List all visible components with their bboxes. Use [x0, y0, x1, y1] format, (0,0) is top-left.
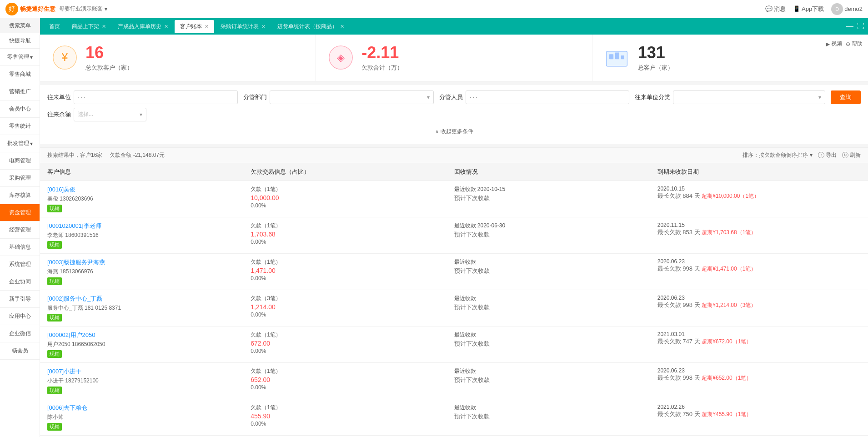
- tab-close-product-history[interactable]: ✕: [164, 24, 168, 30]
- collection-cell-6: 最近收款 预计下次收款: [454, 404, 657, 421]
- search-btn[interactable]: 查询: [831, 90, 861, 104]
- download-icon: 📱: [793, 5, 800, 12]
- tab-product-history[interactable]: 产成品入库单历史 ✕: [112, 20, 174, 33]
- overdue-cell-5: 2020.06.23 最长欠款 998 天 超期¥652.00（1笔）: [657, 367, 861, 382]
- sidebar-item-inventory[interactable]: 库存核算: [0, 187, 40, 204]
- sidebar-item-marketing[interactable]: 营销推广: [0, 83, 40, 100]
- table-row: [0007]小进干 小进干 18279152100 现销 欠款（1笔） 652.…: [40, 363, 868, 399]
- tab-home[interactable]: 首页: [44, 20, 65, 33]
- sidebar-item-retail-stats[interactable]: 零售统计: [0, 118, 40, 135]
- due-date-6: 2021.02.26: [657, 404, 861, 410]
- sidebar-search[interactable]: 搜索菜单: [0, 18, 40, 33]
- top-bar-right: 💬 消息 📱 App下载 D demo2: [765, 3, 863, 15]
- sidebar-quick-nav[interactable]: 快捷导航: [0, 33, 40, 49]
- refresh-btn[interactable]: ↻ 刷新: [842, 151, 861, 159]
- sidebar-item-members[interactable]: 会员中心: [0, 100, 40, 118]
- debt-amount-3: 1,214.00: [251, 303, 454, 311]
- sidebar-item-purchase[interactable]: 采购管理: [0, 170, 40, 187]
- sidebar-item-guide[interactable]: 新手引导: [0, 291, 40, 308]
- overdue-link-5[interactable]: 超期¥652.00（1笔）: [702, 375, 752, 381]
- tab-close-purchase-stats[interactable]: ✕: [261, 24, 266, 30]
- customer-name-1[interactable]: [0001020001]李老师: [47, 222, 251, 230]
- stat-info-total-customers: 131 总客户（家）: [638, 44, 673, 72]
- stat-label-total-customers: 总客户（家）: [638, 64, 673, 72]
- sidebar-item-enterprise-wx[interactable]: 企业微信: [0, 325, 40, 342]
- customer-cell-3: [0002]服务中心_丁磊 服务中心_丁磊 181 0125 8371 现销: [47, 295, 251, 321]
- stat-value-debit-customers: 16: [85, 44, 133, 62]
- overdue-link-2[interactable]: 超期¥1,471.00（1笔）: [702, 266, 756, 272]
- message-btn[interactable]: 💬 消息: [765, 5, 786, 13]
- overdue-days-5: 最长欠款 998 天 超期¥652.00（1笔）: [657, 374, 861, 382]
- customer-name-3[interactable]: [0002]服务中心_丁磊: [47, 295, 251, 303]
- tab-close-customer-account[interactable]: ✕: [205, 24, 209, 30]
- refresh-icon: ↻: [842, 152, 848, 158]
- debt-amount-2: 1,471.00: [251, 267, 454, 274]
- filter-person: 分管人员 ···: [439, 90, 630, 104]
- tab-close-product-shelf[interactable]: ✕: [102, 24, 106, 30]
- customer-name-6[interactable]: [0006]去下粮仓: [47, 404, 251, 412]
- filter-balance: 往来余额 选择... ▾: [47, 108, 861, 121]
- sidebar-item-basic[interactable]: 基础信息: [0, 239, 40, 256]
- sidebar-item-appcenter[interactable]: 应用中心: [0, 308, 40, 325]
- sidebar-item-vip[interactable]: 畅会员: [0, 342, 40, 360]
- tab-collapse-btn[interactable]: —: [846, 22, 853, 30]
- next-collect-2: 预计下次收款: [454, 267, 657, 275]
- user-menu[interactable]: D demo2: [831, 3, 863, 15]
- unit-category-select[interactable]: ▾: [673, 90, 825, 104]
- customer-info-3: 服务中心_丁磊 181 0125 8371: [47, 304, 251, 312]
- help-btn[interactable]: ⊙ 帮助: [846, 40, 863, 48]
- overdue-cell-0: 2020.10.15 最长欠款 884 天 超期¥10,000.00（1笔）: [657, 186, 861, 200]
- dept-arrow: ▾: [427, 94, 430, 100]
- export-btn[interactable]: ↑ 导出: [818, 151, 837, 159]
- view-video-btn[interactable]: ▶ 视频: [826, 40, 842, 48]
- sidebar-item-enterprise[interactable]: 企业协同: [0, 273, 40, 291]
- person-input[interactable]: ···: [466, 90, 630, 104]
- balance-select[interactable]: 选择... ▾: [74, 108, 146, 121]
- table-row: [0003]畅捷服务尹海燕 海燕 18513066976 现销 欠款（1笔） 1…: [40, 254, 868, 290]
- sidebar-item-ops[interactable]: 经营管理: [0, 221, 40, 239]
- customer-name-4[interactable]: [000002]用户2050: [47, 331, 251, 339]
- source-unit-input[interactable]: ···: [74, 90, 238, 104]
- video-icon: ▶: [826, 41, 830, 47]
- tab-customer-account[interactable]: 客户账本 ✕: [175, 20, 214, 33]
- industry-selector[interactable]: 母婴行业演示账套 ▾: [59, 5, 107, 13]
- overdue-link-6[interactable]: 超期¥455.90（1笔）: [702, 411, 752, 417]
- customer-name-2[interactable]: [0003]畅捷服务尹海燕: [47, 258, 251, 266]
- table-row: [000002]用户2050 用户2050 18665062050 现销 欠款（…: [40, 326, 868, 363]
- sidebar-item-batch-mgmt[interactable]: 批发管理 ▾: [0, 135, 40, 152]
- sidebar-item-finance[interactable]: 资金管理: [0, 204, 40, 221]
- debt-cell-3: 欠款（3笔） 1,214.00 0.00%: [251, 295, 454, 318]
- table-row: [0002]服务中心_丁磊 服务中心_丁磊 181 0125 8371 现销 欠…: [40, 290, 868, 326]
- tab-inbound-stats[interactable]: 进货单统计表（按商品） ✕: [272, 20, 350, 33]
- debt-cell-6: 欠款（1笔） 455.90 0.00%: [251, 404, 454, 427]
- overdue-link-4[interactable]: 超期¥672.00（1笔）: [702, 338, 752, 345]
- debt-ratio-4: 0.00%: [251, 348, 454, 354]
- tab-expand-btn[interactable]: ⛶: [857, 22, 864, 30]
- table-row: [0016]吴俊 吴俊 13026203696 现销 欠款（1笔） 10,000…: [40, 181, 868, 217]
- filter-dept: 分管部门 ▾: [243, 90, 434, 104]
- dept-select[interactable]: ▾: [270, 90, 434, 104]
- tab-bar: 首页 商品上下架 ✕ 产成品入库单历史 ✕ 客户账本 ✕ 采购订单统计表 ✕: [40, 18, 868, 35]
- tab-close-inbound-stats[interactable]: ✕: [340, 24, 344, 30]
- sidebar-item-system[interactable]: 系统管理: [0, 256, 40, 273]
- sidebar-item-ecom[interactable]: 电商管理: [0, 152, 40, 170]
- overdue-link-3[interactable]: 超期¥1,214.00（3笔）: [702, 302, 756, 308]
- col-header-overdue: 到期未收款日期: [657, 168, 861, 176]
- sidebar: 搜索菜单 快捷导航 零售管理 ▾ 零售商城 营销推广 会员中心 零售统计 批发管…: [0, 18, 40, 437]
- sort-select[interactable]: 排序：按欠款金额倒序排序 ▾: [743, 151, 813, 159]
- next-collect-1: 预计下次收款: [454, 231, 657, 239]
- sidebar-item-retail-mall[interactable]: 零售商城: [0, 66, 40, 83]
- tab-product-shelf[interactable]: 商品上下架 ✕: [66, 20, 111, 33]
- customer-name-5[interactable]: [0007]小进干: [47, 367, 251, 376]
- dept-label: 分管部门: [243, 93, 267, 101]
- collapse-btn[interactable]: ∧ 收起更多条件: [47, 125, 861, 138]
- last-collect-5: 最近收款: [454, 367, 657, 375]
- download-btn[interactable]: 📱 App下载: [793, 5, 824, 13]
- tab-purchase-stats[interactable]: 采购订单统计表 ✕: [215, 20, 271, 33]
- message-icon: 💬: [765, 5, 773, 12]
- overdue-link-0[interactable]: 超期¥10,000.00（1笔）: [702, 193, 759, 199]
- customer-name-0[interactable]: [0016]吴俊: [47, 186, 251, 194]
- unit-category-label: 往来单位分类: [635, 93, 670, 101]
- sidebar-item-retail-mgmt[interactable]: 零售管理 ▾: [0, 49, 40, 66]
- overdue-link-1[interactable]: 超期¥1,703.68（1笔）: [702, 229, 756, 236]
